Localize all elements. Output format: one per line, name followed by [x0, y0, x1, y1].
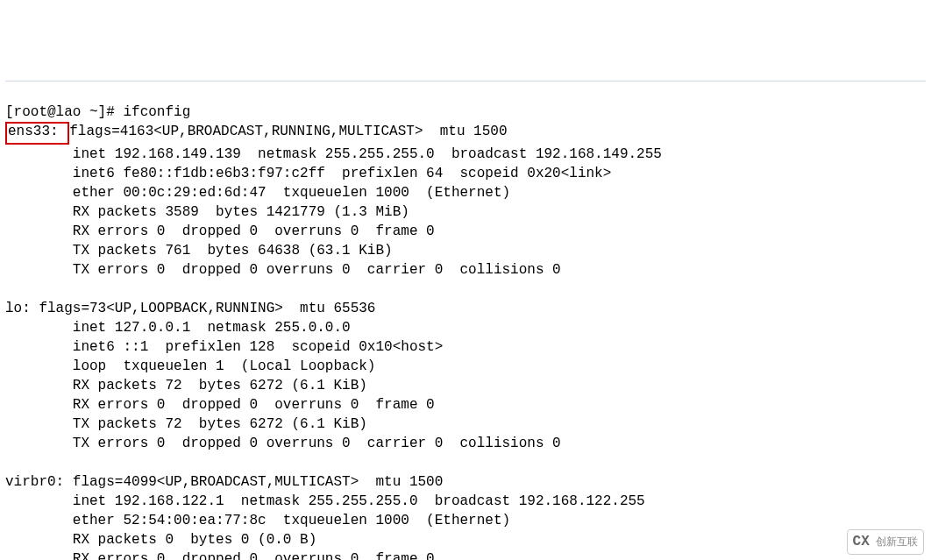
ens33-rx-errors: RX errors 0 dropped 0 overruns 0 frame 0	[5, 223, 435, 239]
virbr0-rx-packets: RX packets 0 bytes 0 (0.0 B)	[5, 532, 316, 548]
ens33-inet: inet 192.168.149.139 netmask 255.255.255…	[5, 146, 662, 162]
ens33-ether: ether 00:0c:29:ed:6d:47 txqueuelen 1000 …	[5, 185, 510, 201]
lo-inet: inet 127.0.0.1 netmask 255.0.0.0	[5, 320, 351, 336]
lo-flags: lo: flags=73<UP,LOOPBACK,RUNNING> mtu 65…	[5, 301, 375, 316]
lo-inet6: inet6 ::1 prefixlen 128 scopeid 0x10<hos…	[5, 339, 443, 355]
lo-rx-packets: RX packets 72 bytes 6272 (6.1 KiB)	[5, 378, 367, 393]
virbr0-inet: inet 192.168.122.1 netmask 255.255.255.0…	[5, 493, 645, 509]
lo-tx-packets: TX packets 72 bytes 6272 (6.1 KiB)	[5, 416, 367, 432]
ens33-rx-packets: RX packets 3589 bytes 1421779 (1.3 MiB)	[5, 204, 409, 220]
terminal-output[interactable]: [root@lao ~]# ifconfig ens33: flags=4163…	[5, 103, 926, 560]
ens33-tx-packets: TX packets 761 bytes 64638 (63.1 KiB)	[5, 243, 393, 259]
shell-prompt-line-1: [root@lao ~]# ifconfig	[5, 104, 190, 120]
virbr0-ether: ether 52:54:00:ea:77:8c txqueuelen 1000 …	[5, 513, 510, 528]
ens33-flags: flags=4163<UP,BROADCAST,RUNNING,MULTICAS…	[69, 124, 507, 139]
window-top-border	[5, 81, 926, 82]
virbr0-rx-errors: RX errors 0 dropped 0 overruns 0 frame 0	[5, 551, 435, 560]
virbr0-flags: virbr0: flags=4099<UP,BROADCAST,MULTICAS…	[5, 474, 443, 490]
lo-rx-errors: RX errors 0 dropped 0 overruns 0 frame 0	[5, 397, 435, 413]
interface-name-highlight: ens33:	[5, 122, 69, 145]
lo-tx-errors: TX errors 0 dropped 0 overruns 0 carrier…	[5, 436, 561, 451]
ens33-inet6: inet6 fe80::f1db:e6b3:f97:c2ff prefixlen…	[5, 166, 611, 181]
lo-loop: loop txqueuelen 1 (Local Loopback)	[5, 358, 375, 374]
ens33-tx-errors: TX errors 0 dropped 0 overruns 0 carrier…	[5, 262, 561, 278]
